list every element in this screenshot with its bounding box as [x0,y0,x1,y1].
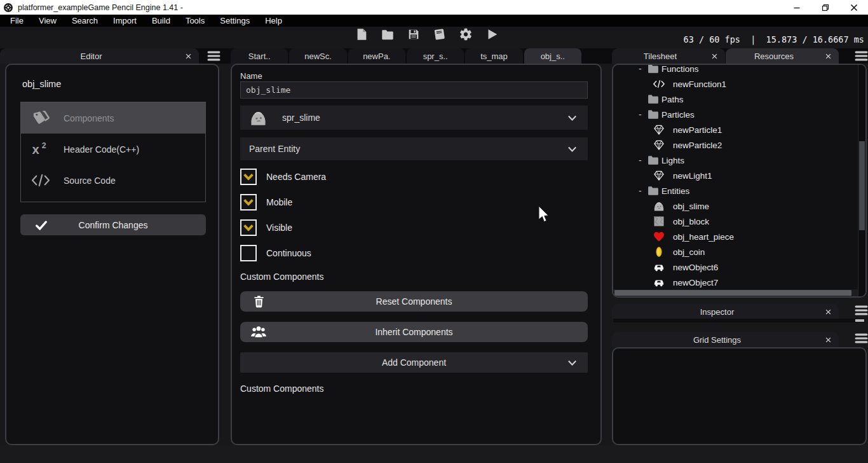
tree-item[interactable]: - Lights [613,153,858,168]
chevron-down-icon [566,111,579,125]
menu-item[interactable]: Help [257,15,290,27]
checkbox-label: Continuous [266,248,311,258]
restore-button[interactable] [811,0,839,15]
tree-item[interactable]: - newParticle2 [613,137,858,153]
grid-settings-panel-tab[interactable]: Grid Settings [612,332,839,347]
grid-settings-tab-close-icon[interactable] [822,334,834,345]
close-button[interactable] [839,0,868,15]
menu-item[interactable]: Tools [178,15,212,27]
document-tab-label: Start.. [248,52,271,61]
editor-panel-tab[interactable]: Editor [0,48,199,64]
book-icon[interactable] [433,27,447,41]
horizontal-scrollbar-thumb[interactable] [614,290,851,296]
editor-section-label: Components [64,113,114,123]
app-logo-icon [3,3,13,13]
collapse-toggle[interactable]: - [639,109,646,120]
editor-tab-close-icon[interactable] [182,50,194,62]
superscript-icon: x2 [31,141,51,158]
resources-panel-menu-icon[interactable] [855,51,868,61]
checkbox[interactable] [240,245,257,261]
name-input[interactable] [240,81,588,99]
tree-item[interactable]: - obj_block [613,214,858,229]
checkbox[interactable] [240,194,257,211]
tree-item[interactable]: - newObject7 [613,275,858,290]
editor-section-label: Header Code(C++) [64,144,139,155]
menu-item[interactable]: View [31,15,64,27]
document-tab-label: newSc. [304,52,332,61]
resource-panel-tab[interactable]: Resources [726,48,839,64]
vertical-scrollbar[interactable] [858,65,865,296]
add-component-dropdown[interactable]: Add Component [240,352,588,373]
document-tab-label: obj_s.. [541,52,565,61]
checkbox[interactable] [240,169,257,185]
tree-item[interactable]: - obj_coin [613,244,858,259]
confirm-changes-button[interactable]: Confirm Changes [20,214,206,235]
menu-item[interactable]: Import [105,15,144,27]
menu-item[interactable]: File [3,15,31,27]
editor-section-item[interactable]: Source Code [21,165,205,196]
document-tab[interactable]: Start.. [231,48,288,64]
inspector-scrollbar[interactable] [613,319,865,322]
tree-item[interactable]: - newFunction1 [613,76,858,92]
sprite-dropdown[interactable]: spr_slime [240,106,588,130]
inspector-scrollbar-thumb[interactable] [855,319,864,322]
inspector-tab-label: Inspector [612,307,822,317]
editor-section-item[interactable]: x2 Header Code(C++) [21,134,205,165]
menu-item[interactable]: Build [144,15,178,27]
tree-item[interactable]: - Entities [613,183,858,198]
menu-item[interactable]: Settings [212,15,257,27]
open-folder-icon[interactable] [381,27,395,41]
document-tab[interactable]: ts_map [465,48,522,64]
resource-tab-close-icon[interactable] [822,50,834,62]
block-icon [653,215,665,228]
tree-item[interactable]: - Functions [613,64,858,76]
tree-item-label: newFunction1 [673,79,726,89]
inherit-components-button[interactable]: Inherit Components [240,322,588,342]
tree-item[interactable]: - newParticle1 [613,122,858,137]
settings-icon[interactable] [459,27,473,41]
vertical-scrollbar-thumb[interactable] [859,141,865,230]
document-tab[interactable]: newPa. [348,48,405,64]
reset-components-button[interactable]: Reset Components [240,291,588,312]
coin-icon [653,245,665,258]
inspector-panel-tab[interactable]: Inspector [612,304,839,319]
minimize-button[interactable] [782,0,811,15]
name-field-label: Name [240,71,262,81]
save-icon[interactable] [407,27,421,41]
chevron-down-icon [566,356,579,370]
collapse-toggle[interactable]: - [639,155,646,165]
tree-item[interactable]: - newLight1 [613,168,858,183]
horizontal-scrollbar[interactable] [613,289,858,296]
tree-item[interactable]: - newObject6 [613,259,858,275]
editor-section-item[interactable]: Components [21,102,205,134]
inherit-components-label: Inherit Components [375,327,452,337]
diamond-icon [653,123,665,136]
tags-icon [31,109,51,127]
collapse-toggle[interactable]: - [639,64,646,74]
tree-item[interactable]: - Particles [613,107,858,122]
editor-panel-menu-icon[interactable] [207,51,220,61]
diamond-icon [653,139,665,151]
resource-panel-tab[interactable]: Tilesheet [612,48,725,64]
play-icon[interactable] [485,27,499,41]
grid-settings-panel-menu-icon[interactable] [855,333,868,343]
menu-item[interactable]: Search [64,15,105,27]
resource-tab-close-icon[interactable] [709,50,720,62]
tree-item[interactable]: - Paths [613,92,858,107]
sprite-dropdown-value: spr_slime [282,113,320,123]
checkbox[interactable] [240,219,257,236]
heart-icon [653,230,665,243]
document-tab[interactable]: spr_s.. [407,48,464,64]
inspector-tab-close-icon[interactable] [822,306,834,317]
collapse-toggle[interactable]: - [639,186,646,196]
new-file-icon[interactable] [355,27,369,41]
tree-item[interactable]: - obj_slime [613,198,858,214]
parent-entity-dropdown[interactable]: Parent Entity [240,137,588,160]
document-tab[interactable]: newSc. [289,48,346,64]
tree-item[interactable]: - obj_heart_piece [613,229,858,244]
inspector-panel-menu-icon[interactable] [855,305,868,315]
tree-item-label: newObject6 [673,263,718,272]
editor-section-label: Source Code [64,176,116,186]
document-tab[interactable]: obj_s.. [524,48,581,64]
checkbox-label: Needs Camera [266,172,326,182]
